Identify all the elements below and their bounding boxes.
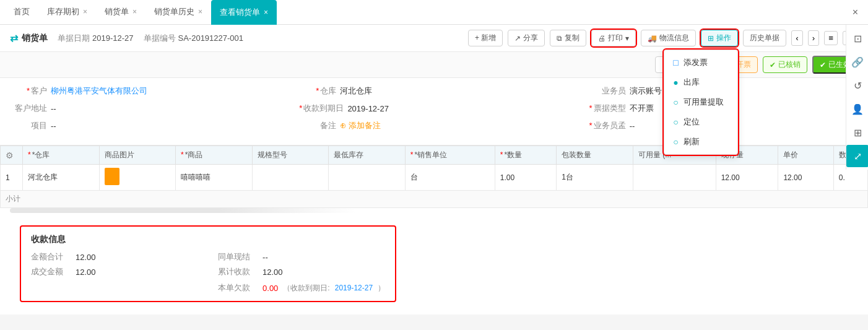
print-arrow-icon: ▾ xyxy=(625,34,629,43)
warehouse-label: 仓库 xyxy=(299,85,336,97)
dropdown-available-qty-label: 可用量提取 xyxy=(684,97,724,108)
note-value: ⊕ 添加备注 xyxy=(340,120,381,131)
add-invoice-icon: □ xyxy=(673,58,678,67)
payment-total-row: 金额合计 12.00 xyxy=(31,251,198,263)
dropdown-locate[interactable]: ○ 定位 xyxy=(664,112,737,132)
close-window-button[interactable]: × xyxy=(848,7,863,18)
sidebar-grid-btn[interactable]: ⊞ xyxy=(846,121,868,144)
sidebar-link-btn[interactable]: 🔗 xyxy=(846,51,868,73)
cell-product: 嘻嘻嘻嘻 xyxy=(176,165,253,191)
tab-sales-order[interactable]: 销货单 × xyxy=(96,0,145,25)
doc-number-value: SA-20191227-001 xyxy=(178,33,244,43)
product-image xyxy=(105,168,119,185)
tab-sales-history[interactable]: 销货单历史 × xyxy=(145,0,211,25)
th-image: 商品图片 xyxy=(99,146,176,165)
payment-total-label: 金额合计 xyxy=(31,251,71,263)
product-table: ⚙ *仓库 商品图片 *商品 规格型号 最低库存 *销售单位 *数量 包装数量 … xyxy=(0,145,868,208)
th-pack-qty: 包装数量 xyxy=(557,146,633,165)
due-date-label: 收款到期日 xyxy=(299,103,344,114)
nav-next-button[interactable]: › xyxy=(808,30,819,46)
share-button[interactable]: ↗ 分享 xyxy=(508,30,545,46)
dropdown-refresh-label: 刷新 xyxy=(684,136,700,147)
add-note-button[interactable]: ⊕ 添加备注 xyxy=(340,121,381,130)
tab-close-inventory-init[interactable]: × xyxy=(83,7,87,16)
main-content: ⇄ 销货单 单据日期 2019-12-27 单据编号 SA-20191227-0… xyxy=(0,25,868,315)
cell-spec xyxy=(252,165,329,191)
refresh-icon: ○ xyxy=(673,137,678,147)
dropdown-outbound[interactable]: ● 出库 xyxy=(664,72,737,92)
tab-view-sales-order[interactable]: 查看销货单 × xyxy=(211,0,277,25)
checked-button[interactable]: ✔ 已核销 xyxy=(763,56,807,73)
payment-owed-date: 2019-12-27 xyxy=(335,284,373,292)
operation-icon: ⊞ xyxy=(708,34,714,43)
doc-date-value: 2019-12-27 xyxy=(92,33,134,43)
payment-section: 收款信息 金额合计 12.00 同单现结 -- 成交金额 12.00 累计收款 … xyxy=(20,225,396,302)
payment-cumulative-value: 12.00 xyxy=(263,267,283,277)
tab-close-sales-order[interactable]: × xyxy=(132,7,137,16)
doc-date-label: 单据日期 2019-12-27 xyxy=(58,33,134,44)
payment-grid: 金额合计 12.00 同单现结 -- 成交金额 12.00 累计收款 12.00… xyxy=(31,251,385,293)
sidebar-table-btn[interactable]: ⊡ xyxy=(846,27,868,50)
sidebar-expand-btn[interactable]: ⤢ xyxy=(846,145,868,167)
right-sidebar: ⊡ 🔗 ↺ 👤 ⊞ ⤢ xyxy=(846,25,868,170)
sidebar-rotate-btn[interactable]: ↺ xyxy=(846,74,868,97)
new-button[interactable]: + 新增 xyxy=(468,30,503,46)
history-button[interactable]: 历史单据 xyxy=(743,30,786,46)
payment-same-order-value: -- xyxy=(263,253,268,262)
payment-owed-label: 本单欠款 xyxy=(218,282,258,293)
payment-deal-row: 成交金额 12.00 xyxy=(31,266,198,277)
locate-icon: ○ xyxy=(673,117,678,127)
payment-deal-value: 12.00 xyxy=(76,267,96,277)
dropdown-available-qty[interactable]: ○ 可用量提取 xyxy=(664,92,737,112)
th-warehouse: *仓库 xyxy=(23,146,100,165)
customer-field: 客户 柳州粤港平安气体有限公司 xyxy=(10,85,279,97)
th-price: 单价 xyxy=(778,146,833,165)
address-value: -- xyxy=(51,104,56,113)
ticket-label: 票据类型 xyxy=(589,103,626,114)
ticket-value: 不开票 xyxy=(630,103,654,114)
payment-cumulative-row: 累计收款 12.00 xyxy=(218,266,385,277)
doc-actions: + 新增 ↗ 分享 ⧉ 复制 🖨 打印 ▾ 🚚 物流信息 xyxy=(468,30,858,46)
due-date-field: 收款到期日 2019-12-27 xyxy=(299,103,568,114)
cell-price: 12.00 xyxy=(778,165,833,191)
copy-button[interactable]: ⧉ 复制 xyxy=(550,30,586,46)
dropdown-refresh[interactable]: ○ 刷新 xyxy=(664,132,737,152)
dropdown-add-invoice[interactable]: □ 添发票 xyxy=(664,53,737,72)
operation-button[interactable]: ⊞ 操作 xyxy=(701,30,738,46)
th-product: *商品 xyxy=(176,146,253,165)
cell-image xyxy=(99,165,176,191)
table-scrollbar[interactable] xyxy=(10,208,357,213)
th-min-stock: 最低库存 xyxy=(329,146,406,165)
th-spec: 规格型号 xyxy=(252,146,329,165)
staff-value: 演示账号 xyxy=(630,85,662,97)
sidebar-user-btn[interactable]: 👤 xyxy=(846,98,868,120)
print-icon: 🖨 xyxy=(598,34,605,43)
dropdown-add-invoice-label: 添发票 xyxy=(684,57,708,68)
settings-icon[interactable]: ⚙ xyxy=(6,150,14,160)
doc-title-block: ⇄ 销货单 xyxy=(10,32,48,44)
tab-home[interactable]: 首页 xyxy=(5,0,38,25)
doc-meta: 单据日期 2019-12-27 单据编号 SA-20191227-001 xyxy=(58,33,243,44)
address-field: 客户地址 -- xyxy=(10,103,279,114)
payment-title: 收款信息 xyxy=(31,234,385,245)
cell-no: 1 xyxy=(1,165,23,191)
project-value: -- xyxy=(51,121,56,131)
tab-close-view-sales[interactable]: × xyxy=(264,8,268,17)
th-unit: *销售单位 xyxy=(405,146,495,165)
payment-total-value: 12.00 xyxy=(76,253,96,262)
logistics-button[interactable]: 🚚 物流信息 xyxy=(641,30,696,46)
view-list-button[interactable]: ≡ xyxy=(824,31,838,45)
note-field: 备注 ⊕ 添加备注 xyxy=(299,120,568,131)
cell-min-stock xyxy=(329,165,406,191)
available-qty-icon: ○ xyxy=(673,97,678,107)
nav-prev-button[interactable]: ‹ xyxy=(791,30,802,46)
print-button[interactable]: 🖨 打印 ▾ xyxy=(591,30,636,46)
operation-dropdown-container: ⊞ 操作 □ 添发票 ● 出库 ○ 可用量提取 xyxy=(701,30,738,46)
operation-dropdown-menu: □ 添发票 ● 出库 ○ 可用量提取 ○ 定位 xyxy=(664,50,738,155)
tab-inventory-init[interactable]: 库存期初 × xyxy=(38,0,96,25)
subtotal-row: 小计 xyxy=(1,191,868,208)
payment-owed-value: 0.00 xyxy=(263,284,278,293)
customer-value[interactable]: 柳州粤港平安气体有限公司 xyxy=(51,85,147,97)
tab-close-sales-history[interactable]: × xyxy=(198,7,202,16)
cell-available xyxy=(633,165,716,191)
